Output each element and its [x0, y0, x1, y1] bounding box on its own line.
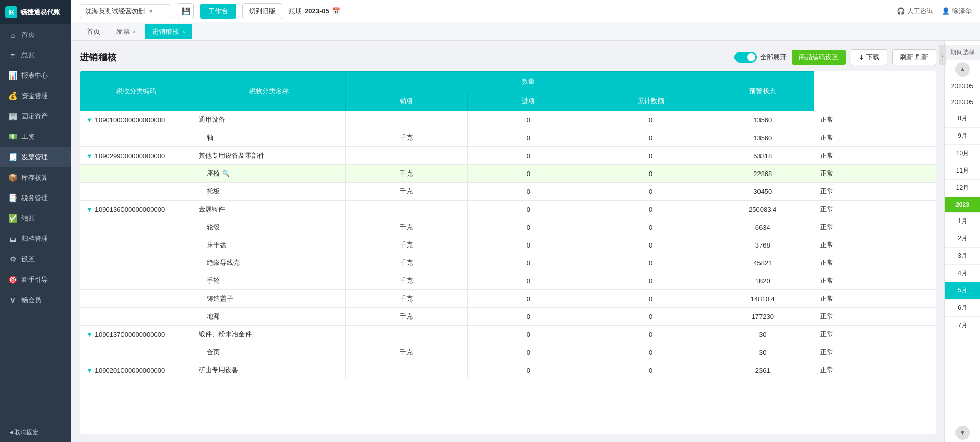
sidebar-item-invoice[interactable]: 🧾 发票管理	[0, 147, 71, 167]
sidebar-item-ledger[interactable]: ≡ 总账	[0, 45, 71, 65]
sidebar-label-funds: 资金管理	[21, 91, 48, 101]
tab-invoice-close-icon[interactable]: ×	[133, 29, 136, 35]
table-row-status: 正常	[814, 183, 936, 201]
table-row-code-empty	[80, 183, 192, 201]
table-row-status: 正常	[814, 236, 936, 254]
table-row-status: 正常	[814, 308, 936, 326]
company-name: 沈海英测试经营勿删	[85, 7, 145, 16]
period-item[interactable]: 4月	[945, 265, 980, 282]
table-row-jin: 0	[590, 129, 712, 147]
user-profile[interactable]: 👤 徐泽华	[942, 7, 972, 16]
period-item[interactable]: 7月	[945, 317, 980, 334]
sidebar-label-assets: 固定资产	[21, 112, 48, 121]
table-row-jin: 0	[590, 218, 712, 236]
toggle-switch[interactable]	[734, 52, 757, 63]
sidebar-item-guide[interactable]: 🎯 新手引导	[0, 269, 71, 290]
sidebar-item-settings[interactable]: ⚙ 设置	[0, 249, 71, 269]
support-link[interactable]: 🎧 人工咨询	[897, 7, 934, 16]
th-status: 预警状态	[712, 72, 814, 111]
search-icon[interactable]: 🔍	[222, 170, 230, 177]
expand-icon[interactable]: ▼	[86, 152, 93, 160]
sidebar-label-settlement: 结账	[21, 214, 35, 223]
period-item[interactable]: 2023.05	[945, 79, 980, 94]
period-item[interactable]: 12月	[945, 180, 980, 197]
download-button[interactable]: ⬇ 下载	[851, 49, 887, 65]
tab-reconcile-close-icon[interactable]: ×	[182, 29, 185, 35]
sidebar-item-archive[interactable]: 🗂 归档管理	[0, 229, 71, 249]
toggle-expand[interactable]: 全部展开	[734, 52, 787, 63]
table-row-xiao: 0	[468, 111, 590, 129]
member-icon: V	[8, 296, 17, 304]
switch-version-button[interactable]: 切到旧版	[242, 3, 282, 19]
table-row-jin: 0	[590, 361, 712, 379]
expand-icon[interactable]: ▼	[86, 116, 93, 124]
expand-icon[interactable]: ▼	[86, 206, 93, 213]
sidebar-item-inventory[interactable]: 📦 库存核算	[0, 167, 71, 188]
table-row-xiao: 0	[468, 361, 590, 379]
table-row-xiao: 0	[468, 165, 590, 183]
panel-toggle-button[interactable]: ‹	[939, 45, 946, 65]
table-row-xiao: 0	[468, 147, 590, 165]
tab-invoice[interactable]: 发票 ×	[109, 24, 143, 39]
refresh-button[interactable]: 刷新 刷新	[892, 49, 936, 65]
table-row-xiao: 0	[468, 129, 590, 147]
period-value: 2023-05	[305, 7, 329, 15]
panel-scroll-up-button[interactable]: ▲	[955, 62, 970, 77]
sidebar-label-reports: 报表中心	[21, 71, 48, 80]
expand-icon[interactable]: ▼	[86, 331, 93, 338]
expand-icon[interactable]: ▼	[86, 366, 93, 374]
tab-reconcile[interactable]: 进销稽核 ×	[145, 24, 192, 39]
table-row-total: 14810.4	[712, 290, 814, 308]
sidebar-item-assets[interactable]: 🏢 固定资产	[0, 106, 71, 127]
sidebar-label-ledger: 总账	[21, 51, 35, 60]
sidebar-label-member: 畅会员	[21, 296, 41, 305]
user-avatar-icon: 👤	[942, 7, 950, 15]
sidebar-item-payroll[interactable]: 💵 工资	[0, 127, 71, 147]
calendar-icon[interactable]: 📅	[332, 7, 340, 15]
company-selector[interactable]: 沈海英测试经营勿删 ▼	[80, 4, 172, 18]
period-item[interactable]: 3月	[945, 248, 980, 265]
workspace-button[interactable]: 工作台	[200, 4, 236, 19]
table-row-jin: 0	[590, 254, 712, 272]
table-row-unit: 千克	[346, 308, 468, 326]
sidebar-unpin-button[interactable]: ◄取消固定	[0, 423, 71, 442]
settlement-icon: ✅	[8, 214, 17, 223]
table-row-name: 抹平盘	[192, 236, 346, 254]
sidebar-label-settings: 设置	[21, 255, 35, 264]
assets-icon: 🏢	[8, 112, 17, 121]
table-row-code: ▼1090137000000000000	[80, 326, 192, 343]
period-list: 2023.052023.058月9月10月11月12月20231月2月3月4月5…	[945, 79, 980, 424]
period-item[interactable]: 6月	[945, 300, 980, 317]
logo-icon: 账	[5, 6, 17, 18]
period-item[interactable]: 2023	[945, 197, 980, 213]
period-item[interactable]: 11月	[945, 162, 980, 180]
period-item[interactable]: 1月	[945, 213, 980, 230]
period-item[interactable]: 5月	[945, 282, 980, 300]
sidebar-item-member[interactable]: V 畅会员	[0, 290, 71, 310]
archive-icon: 🗂	[8, 235, 17, 243]
save-button[interactable]: 💾	[178, 3, 194, 19]
table-row-code: ▼1090100000000000000	[80, 111, 192, 129]
table-row-code-empty	[80, 129, 192, 147]
sidebar-item-tax[interactable]: 📑 税务管理	[0, 188, 71, 208]
table-row-total: 1820	[712, 272, 814, 290]
sidebar-label-payroll: 工资	[21, 132, 35, 141]
table-row-code-empty	[80, 343, 192, 361]
period-item[interactable]: 8月	[945, 110, 980, 128]
period-item[interactable]: 2月	[945, 230, 980, 248]
tab-home[interactable]: 首页	[80, 24, 107, 39]
settings-button[interactable]: 商品编码设置	[792, 50, 846, 65]
sidebar-item-home[interactable]: ⌂ 首页	[0, 24, 71, 45]
table-row-unit-spacer	[346, 326, 468, 343]
table-row-code-empty	[80, 308, 192, 326]
period-item[interactable]: 2023.05	[945, 94, 980, 110]
sidebar-item-settlement[interactable]: ✅ 结账	[0, 208, 71, 229]
panel-scroll-down-button[interactable]: ▼	[955, 426, 970, 440]
sidebar-item-funds[interactable]: 💰 资金管理	[0, 86, 71, 106]
data-table-container: 税收分类编码 税收分类名称 数量 预警状态 销项 进项 累计数额 ▼109010	[80, 71, 936, 434]
table-row-total: 2361	[712, 361, 814, 379]
table-row-unit: 千克	[346, 254, 468, 272]
period-item[interactable]: 9月	[945, 128, 980, 145]
period-item[interactable]: 10月	[945, 145, 980, 162]
sidebar-item-reports[interactable]: 📊 报表中心	[0, 65, 71, 86]
